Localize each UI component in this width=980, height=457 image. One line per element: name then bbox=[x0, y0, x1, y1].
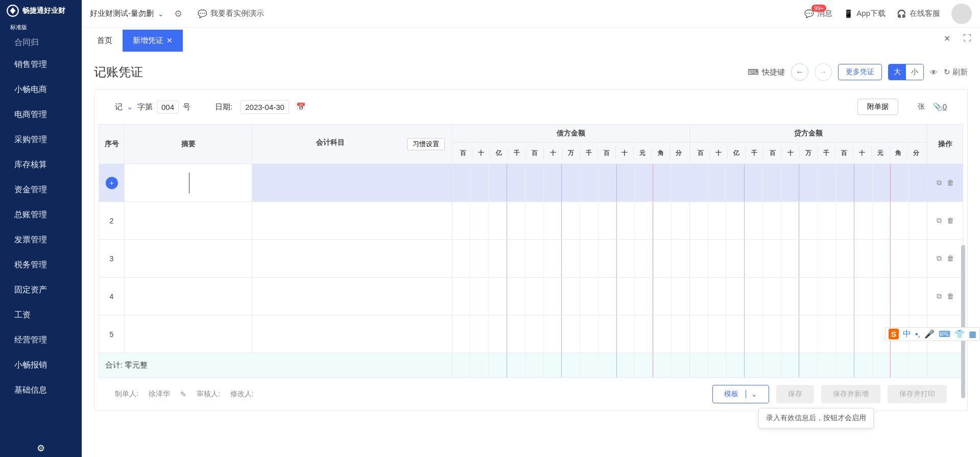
maker-name: 徐泽华 bbox=[149, 390, 170, 399]
sidebar-item[interactable]: 电商管理 bbox=[0, 102, 82, 127]
tab-home[interactable]: 首页 bbox=[87, 30, 123, 52]
refresh-button[interactable]: ↻ 刷新 bbox=[944, 67, 968, 77]
voucher-number-input[interactable]: 004 bbox=[157, 101, 179, 113]
summary-cell[interactable] bbox=[125, 240, 252, 278]
ime-keyboard-icon[interactable]: ⌨ bbox=[939, 329, 950, 339]
credit-cell[interactable] bbox=[689, 164, 927, 202]
sidebar-settings-icon[interactable]: ⚙ bbox=[0, 443, 82, 454]
sidebar-item[interactable]: 经营管理 bbox=[0, 328, 82, 353]
credit-cell[interactable] bbox=[689, 240, 927, 278]
ime-toolbar[interactable]: S 中 •, 🎤 ⌨ 👕 ▦ bbox=[885, 327, 980, 341]
unit-header: 千 bbox=[580, 147, 597, 159]
debit-cell[interactable] bbox=[452, 164, 689, 202]
sidebar-item[interactable]: 基础信息 bbox=[0, 378, 82, 403]
sidebar-item[interactable]: 发票管理 bbox=[0, 227, 82, 253]
ops-cell: ⧉🗑 bbox=[927, 202, 963, 240]
avatar[interactable] bbox=[951, 4, 972, 24]
ime-mic-icon[interactable]: 🎤 bbox=[924, 329, 935, 339]
chevron-down-icon[interactable]: ⌄ bbox=[127, 102, 133, 111]
size-big[interactable]: 大 bbox=[889, 64, 906, 80]
sidebar-item[interactable]: 小畅报销 bbox=[0, 353, 82, 378]
ime-grid-icon[interactable]: ▦ bbox=[969, 329, 976, 339]
summary-cell[interactable] bbox=[125, 202, 252, 240]
save-new-button[interactable]: 保存并新增 bbox=[821, 385, 880, 403]
attach-button[interactable]: 附单据 bbox=[857, 99, 898, 115]
delete-row-icon[interactable]: 🗑 bbox=[947, 216, 954, 225]
edit-icon[interactable]: ✎ bbox=[180, 390, 186, 398]
credit-cell[interactable] bbox=[689, 278, 927, 315]
debit-cell[interactable] bbox=[452, 278, 689, 315]
table-row[interactable]: 4⧉🗑 bbox=[99, 278, 963, 315]
size-small[interactable]: 小 bbox=[906, 64, 923, 80]
sidebar-item[interactable]: 工资 bbox=[0, 303, 82, 328]
debit-cell[interactable] bbox=[452, 240, 689, 278]
subject-cell[interactable] bbox=[252, 164, 452, 202]
prev-button[interactable]: ← bbox=[791, 63, 808, 81]
save-print-button[interactable]: 保存并打印 bbox=[888, 385, 947, 403]
sidebar-item[interactable]: 销售管理 bbox=[0, 52, 82, 77]
fullscreen-icon[interactable]: ⛶ bbox=[960, 31, 975, 46]
habit-settings-button[interactable]: 习惯设置 bbox=[407, 138, 445, 150]
subject-cell[interactable] bbox=[252, 240, 452, 278]
delete-row-icon[interactable]: 🗑 bbox=[947, 292, 954, 301]
summary-cell[interactable] bbox=[125, 164, 252, 202]
table-row[interactable]: +⧉🗑 bbox=[99, 164, 963, 202]
copy-row-icon[interactable]: ⧉ bbox=[937, 216, 942, 225]
close-all-icon[interactable]: ✕ bbox=[939, 31, 954, 46]
chevron-down-icon[interactable]: ⌄ bbox=[746, 390, 757, 398]
ime-lang[interactable]: 中 bbox=[903, 329, 911, 339]
voucher-type[interactable]: 记 bbox=[115, 102, 123, 112]
chevron-down-icon[interactable]: ⌄ bbox=[158, 10, 164, 18]
subject-cell[interactable] bbox=[252, 315, 452, 353]
sidebar-item[interactable]: 总账管理 bbox=[0, 202, 82, 227]
debit-cell[interactable] bbox=[452, 202, 689, 240]
view-icon[interactable]: 👁 bbox=[930, 68, 938, 77]
scrollbar-thumb[interactable] bbox=[961, 245, 965, 398]
th-summary: 摘要 bbox=[125, 125, 252, 164]
sidebar-item[interactable]: 固定资产 bbox=[0, 278, 82, 303]
table-row[interactable]: 3⧉🗑 bbox=[99, 240, 963, 278]
subject-cell[interactable] bbox=[252, 278, 452, 315]
delete-row-icon[interactable]: 🗑 bbox=[947, 254, 954, 263]
ime-punct-icon[interactable]: •, bbox=[915, 330, 920, 339]
summary-cell[interactable] bbox=[125, 278, 252, 315]
shortcut-button[interactable]: ⌨ 快捷键 bbox=[748, 67, 785, 77]
th-ops: 操作 bbox=[927, 125, 963, 164]
paperclip-icon[interactable]: 📎0 bbox=[933, 102, 947, 111]
template-button[interactable]: 模板 ⌄ bbox=[712, 385, 769, 403]
copy-row-icon[interactable]: ⧉ bbox=[937, 292, 942, 301]
messages-button[interactable]: 💬 消息 99+ bbox=[804, 9, 832, 18]
sheets-label: 张 bbox=[918, 102, 925, 111]
next-button[interactable]: → bbox=[815, 63, 832, 81]
subject-cell[interactable] bbox=[252, 202, 452, 240]
tab-new-voucher[interactable]: 新增凭证 ✕ bbox=[123, 30, 183, 52]
more-vouchers-button[interactable]: 更多凭证 bbox=[838, 64, 882, 80]
table-row[interactable]: 5⧉🗑 bbox=[99, 315, 963, 353]
th-debit: 借方金额 bbox=[452, 125, 689, 143]
table-row[interactable]: 2⧉🗑 bbox=[99, 202, 963, 240]
summary-cell[interactable] bbox=[125, 315, 252, 353]
demo-link[interactable]: 💬 我要看实例演示 bbox=[198, 9, 264, 18]
ime-skin-icon[interactable]: 👕 bbox=[954, 329, 965, 339]
sidebar-item[interactable]: 税务管理 bbox=[0, 253, 82, 278]
sidebar-item[interactable]: 资金管理 bbox=[0, 177, 82, 202]
company-selector[interactable]: 好业财测试-量勿删 bbox=[90, 9, 154, 18]
credit-cell[interactable] bbox=[689, 202, 927, 240]
date-input[interactable]: 2023-04-30 bbox=[241, 100, 289, 114]
copy-row-icon[interactable]: ⧉ bbox=[937, 254, 942, 263]
headset-icon: 🎧 bbox=[897, 9, 906, 18]
debit-cell[interactable] bbox=[452, 315, 689, 353]
save-button[interactable]: 保存 bbox=[776, 385, 814, 403]
app-download-button[interactable]: 📱 App下载 bbox=[844, 9, 886, 18]
close-icon[interactable]: ✕ bbox=[166, 36, 173, 44]
calendar-icon[interactable]: 📅 bbox=[296, 102, 306, 111]
gear-icon[interactable]: ⚙ bbox=[174, 8, 182, 19]
support-button[interactable]: 🎧 在线客服 bbox=[897, 9, 940, 18]
delete-row-icon[interactable]: 🗑 bbox=[947, 178, 954, 187]
sidebar-item[interactable]: 小畅电商 bbox=[0, 77, 82, 102]
sidebar-item[interactable]: 采购管理 bbox=[0, 127, 82, 152]
add-row-button[interactable]: + bbox=[106, 177, 118, 189]
sidebar-item[interactable]: 库存核算 bbox=[0, 152, 82, 177]
sidebar-item[interactable]: 合同归 bbox=[0, 37, 82, 52]
copy-row-icon[interactable]: ⧉ bbox=[937, 178, 942, 187]
